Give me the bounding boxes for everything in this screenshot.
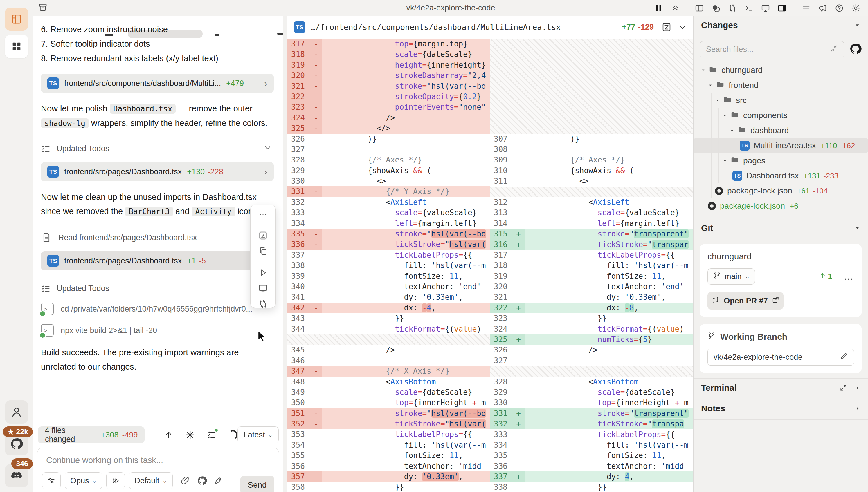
mode-dropdown[interactable]: Default ⌄ (129, 472, 172, 489)
version-label: Latest (243, 430, 265, 440)
monitor-icon[interactable] (258, 284, 268, 293)
arrow-up-icon[interactable] (164, 430, 173, 440)
expand-icon[interactable] (840, 384, 847, 392)
fast-forward-button[interactable] (106, 472, 125, 489)
tree-item-package-lock.json[interactable]: package-lock.json+6 (694, 198, 868, 214)
tree-item-frontend[interactable]: frontend (694, 78, 868, 93)
updated-todos-toggle[interactable]: Updated Todos (41, 283, 274, 294)
gear-icon[interactable] (851, 3, 861, 13)
paperclip-icon[interactable] (181, 476, 191, 486)
file-chip[interactable]: TSfrontend/src/pages/Dashboard.tsx+130-2… (41, 162, 274, 181)
triangle-right-icon[interactable] (855, 405, 861, 411)
pencil-icon[interactable] (840, 352, 848, 360)
rail-item-person-icon[interactable] (5, 400, 28, 423)
send-button[interactable]: Send (240, 476, 274, 492)
theme-icon[interactable] (711, 3, 721, 13)
triangle-down-icon[interactable] (854, 225, 861, 231)
file-chip[interactable]: TSfrontend/src/components/dashboard/Mult… (41, 74, 274, 93)
chevron-down-icon: ⌄ (268, 432, 273, 438)
notes-title: Notes (701, 403, 725, 413)
diff-line: 320textAnchor: 'end' (490, 281, 693, 292)
tree-item-dashboard[interactable]: dashboard (694, 123, 868, 138)
pen-icon[interactable] (213, 476, 223, 486)
menu-icon[interactable] (801, 3, 811, 13)
person-icon (10, 405, 23, 418)
git-section-header[interactable]: Git (694, 219, 868, 237)
left-rail: ★ 22k346 (0, 0, 33, 492)
file-chip[interactable]: TSfrontend/src/pages/Dashboard.tsx+1-5 (41, 251, 274, 270)
diff-collapsed-region (490, 187, 693, 197)
json-file-icon (708, 202, 716, 210)
settings-sliders-button[interactable] (42, 472, 61, 489)
diff-line: 317tickLabelProps={{ (490, 250, 693, 260)
diff-line: 341dy: '0.33em', (287, 292, 490, 302)
triangle-right-icon[interactable] (855, 385, 861, 391)
changes-section-header[interactable]: Changes (694, 16, 868, 34)
diff-line: 319fontSize: 11, (490, 271, 693, 281)
tree-item-pages[interactable]: pages (694, 153, 868, 168)
diff-line: 342-dx: -4, (287, 302, 490, 313)
tool-call-read[interactable]: Read frontend/src/pages/Dashboard.tsx (41, 232, 274, 243)
composer: 4 files changed +308 -499 Latest ⌄ Conti… (33, 422, 283, 492)
message-input[interactable]: Continue working on this task... (46, 456, 163, 465)
diff-line: 331-{/* Y Axis */} (287, 186, 490, 197)
diff-line: 357-dy: '0.33em', (287, 471, 490, 482)
terminal-section-header[interactable]: Terminal (694, 378, 868, 397)
git-compare-icon[interactable] (258, 299, 268, 309)
diff-icon[interactable] (258, 230, 268, 241)
open-pr-button[interactable]: Open PR #7 (707, 292, 783, 310)
rail-item-discord-icon[interactable]: 346 (5, 464, 28, 487)
terminal-command[interactable]: >_cd /private/var/folders/10/h7w0q46556g… (41, 302, 274, 315)
triangle-down-icon[interactable] (854, 22, 861, 28)
chevron-down-icon[interactable] (678, 23, 687, 32)
git-compare-icon[interactable] (728, 3, 737, 13)
tree-item-src[interactable]: src (694, 93, 868, 108)
github-icon[interactable] (197, 476, 207, 486)
ts-file-icon: TS (294, 22, 305, 33)
diff-line: 321dy: '0.33em', (490, 292, 693, 302)
search-files-input[interactable]: Search files... (700, 41, 844, 57)
notes-section-header[interactable]: Notes (694, 397, 868, 420)
terminal-command[interactable]: >_npx vite build 2>&1 | tail -20 (41, 324, 274, 337)
collapse-icon[interactable] (830, 44, 838, 52)
model-dropdown[interactable]: Opus ⌄ (65, 472, 102, 489)
archive-icon[interactable] (38, 3, 48, 12)
chevrons-up-icon[interactable] (671, 3, 680, 13)
tree-item-package-lock.json[interactable]: package-lock.json+61-104 (694, 183, 868, 198)
diff-removed-count: -129 (638, 23, 654, 32)
more-actions-button[interactable]: … (844, 271, 854, 282)
panel-right-filled-icon[interactable] (777, 3, 787, 13)
diff-line: 326/> (490, 345, 693, 355)
rail-item-github-icon[interactable]: ★ 22k (5, 432, 28, 456)
chevron-down-icon: ⌄ (162, 477, 167, 484)
help-icon[interactable] (835, 3, 844, 13)
spark-icon[interactable] (185, 430, 195, 440)
diff-icon[interactable] (661, 22, 672, 32)
github-icon[interactable] (849, 43, 862, 55)
tree-item-Dashboard.tsx[interactable]: TSDashboard.tsx+131-233 (694, 168, 868, 183)
copy-icon[interactable] (258, 246, 268, 256)
more-icon[interactable] (258, 209, 268, 219)
terminal-icon[interactable] (744, 3, 754, 13)
rail-item-grid-icon[interactable] (5, 35, 28, 58)
updated-todos-toggle[interactable]: Updated Todos (41, 143, 274, 154)
megaphone-icon[interactable] (818, 3, 827, 13)
play-icon[interactable] (258, 268, 268, 278)
pause-icon[interactable] (654, 3, 663, 13)
diff-line: 324tickFormat={(value) (490, 324, 693, 334)
branch-dropdown[interactable]: main ⌄ (707, 268, 755, 285)
file-path: frontend/src/pages/Dashboard.tsx (64, 256, 182, 266)
diff-line: 307)} (490, 134, 693, 144)
tree-item-MultiLineArea.tsx[interactable]: TSMultiLineArea.tsx+110-162 (694, 138, 868, 153)
tree-item-churnguard[interactable]: churnguard (694, 63, 868, 78)
panel-left-icon[interactable] (695, 3, 704, 13)
json-file-icon (715, 187, 723, 195)
rail-item-layout-icon[interactable] (5, 7, 28, 31)
working-branch-input[interactable]: vk/4e2a-explore-the-code (707, 349, 854, 366)
version-dropdown[interactable]: Latest ⌄ (237, 426, 279, 443)
diff-line: 334fill: 'hsl(var(--m (490, 440, 693, 450)
chevron-right-icon: › (264, 79, 267, 88)
monitor-icon[interactable] (761, 3, 770, 13)
files-changed-pill[interactable]: 4 files changed +308 -499 (38, 426, 145, 443)
tree-item-components[interactable]: components (694, 108, 868, 123)
